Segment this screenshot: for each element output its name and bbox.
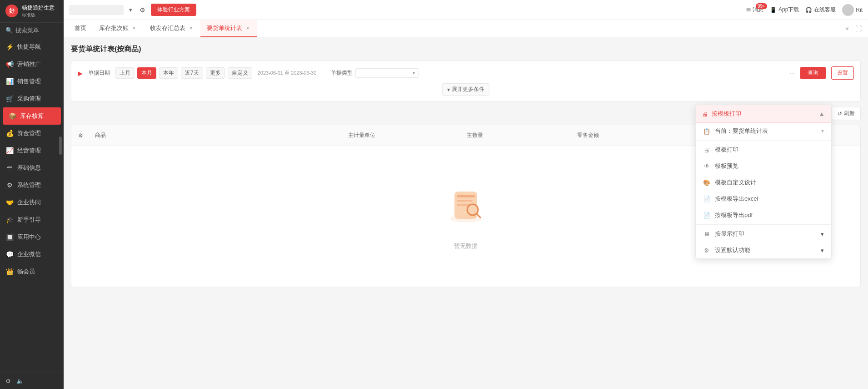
dropdown-header-left: 🖨 按模板打印 (702, 110, 741, 118)
logo-text: 畅捷通好生意 标准版 (22, 5, 55, 18)
sidebar-item-basic[interactable]: 🗃 基础信息 (0, 159, 64, 177)
message-icon: ✉ (746, 7, 751, 13)
refresh-button[interactable]: ↺ 刷新 (832, 107, 861, 120)
tab-close-batch-account[interactable]: × (131, 25, 137, 31)
display-print-left: 🖥 按显示打印 (703, 230, 744, 238)
nav-icon-inventory: 📦 (8, 112, 16, 120)
dropdown-export-excel[interactable]: 📄 按模板导出excel (696, 191, 831, 207)
speaker-icon[interactable]: 🔈 (16, 378, 24, 384)
settings-button[interactable]: 设置 (831, 66, 854, 80)
tab-order-summary[interactable]: 要货单统计表× (200, 20, 257, 37)
search-menu[interactable]: 🔍 搜索菜单 (0, 23, 64, 38)
tab-close-order-summary[interactable]: × (244, 25, 251, 31)
dropdown-export-pdf[interactable]: 📄 按模板导出pdf (696, 207, 831, 223)
nav-label-wechat: 企业微信 (17, 250, 41, 258)
app-logo: 好 畅捷通好生意 标准版 (0, 0, 64, 23)
filter-toggle-icon[interactable]: ▶ (78, 70, 83, 77)
date-btn-current-year[interactable]: 本年 (159, 67, 178, 79)
sidebar-item-member[interactable]: 👑 畅会员 (0, 263, 64, 280)
sidebar-item-sales[interactable]: 📊 销售管理 (0, 73, 64, 90)
logo-icon: 好 (5, 5, 18, 17)
sidebar-item-enterprise[interactable]: 🤝 企业协同 (0, 194, 64, 211)
sidebar-item-wechat[interactable]: 💬 企业微信 (0, 246, 64, 263)
tab-bar: 首页库存批次账×收发存汇总表×要货单统计表× × ⛶ (64, 20, 868, 37)
nav-label-quick-nav: 快捷导航 (17, 43, 41, 51)
dropdown-template-preview[interactable]: 👁 模板预览 (696, 158, 831, 174)
nav-label-member: 畅会员 (17, 268, 35, 276)
date-btn-current-month[interactable]: 本月 (137, 67, 156, 79)
tab-close-receivable-summary[interactable]: × (188, 25, 194, 31)
online-service-button[interactable]: 🎧 在线客服 (805, 6, 836, 14)
sidebar-nav: ⚡ 快捷导航📢 营销推广📊 销售管理🛒 采购管理📦 库存核算💰 资金管理📈 经营… (0, 38, 64, 373)
sidebar-item-system[interactable]: ⚙ 系统管理 (0, 177, 64, 194)
sidebar-scroll-thumb (59, 136, 62, 155)
th-unit: 主计量单位 (305, 129, 418, 142)
sidebar-item-guide[interactable]: 🎓 新手引导 (0, 211, 64, 228)
topbar: ▾ ⚙ 体验行业方案 ✉ 消息 99+ 📱 App下载 🎧 在线客服 Rit (64, 0, 868, 20)
nav-icon-basic: 🗃 (5, 164, 14, 172)
tab-label-batch-account: 库存批次账 (99, 24, 129, 32)
dropdown-set-default[interactable]: ⚙ 设置默认功能 ▾ (696, 242, 831, 258)
dropdown-display-print[interactable]: 🖥 按显示打印 ▾ (696, 226, 831, 242)
sidebar: 好 畅捷通好生意 标准版 🔍 搜索菜单 ⚡ 快捷导航📢 营销推广📊 销售管理🛒 … (0, 0, 64, 389)
date-btn-custom[interactable]: 自定义 (228, 67, 252, 79)
tab-batch-account[interactable]: 库存批次账× (93, 20, 144, 37)
order-type-select[interactable]: ▾ (355, 68, 419, 78)
breadcrumb-dropdown[interactable]: ▾ (127, 5, 134, 15)
sidebar-item-marketing[interactable]: 📢 营销推广 (0, 56, 64, 73)
nav-icon-marketing: 📢 (5, 60, 14, 68)
nav-icon-enterprise: 🤝 (5, 198, 14, 207)
nav-label-basic: 基础信息 (17, 164, 41, 172)
topbar-right: ✉ 消息 99+ 📱 App下载 🎧 在线客服 Rit (746, 4, 863, 16)
th-sale-amount: 零售金额 (532, 129, 645, 142)
download-icon: 📱 (770, 7, 777, 13)
tab-home[interactable]: 首页 (68, 20, 93, 37)
topbar-gear-icon[interactable]: ⚙ (138, 5, 147, 15)
sidebar-scrollbar (59, 136, 62, 344)
filter-expand-row: ▾ 展开更多条件 (78, 83, 854, 96)
sidebar-item-quick-nav[interactable]: ⚡ 快捷导航 (0, 38, 64, 56)
sidebar-item-operation[interactable]: 📈 经营管理 (0, 142, 64, 159)
app-download-button[interactable]: 📱 App下载 (770, 6, 799, 14)
try-industry-button[interactable]: 体验行业方案 (151, 4, 196, 16)
template-print-icon: 🖨 (703, 146, 710, 153)
template-preview-icon: 👁 (703, 162, 710, 170)
close-tab-button[interactable]: × (843, 23, 851, 34)
dropdown-template-print[interactable]: 🖨 模板打印 (696, 141, 831, 158)
user-avatar[interactable]: Rit (842, 4, 863, 16)
set-default-arrow: ▾ (821, 247, 824, 254)
dropdown-template-design[interactable]: 🎨 模板自定义设计 (696, 174, 831, 191)
th-goods: 商品 (90, 129, 305, 142)
sidebar-item-purchase[interactable]: 🛒 采购管理 (0, 90, 64, 107)
date-btn-last-7-days[interactable]: 近7天 (181, 67, 203, 79)
nav-icon-operation: 📈 (5, 147, 14, 155)
sidebar-item-inventory[interactable]: 📦 库存核算 (3, 107, 61, 125)
sidebar-item-apps[interactable]: 🔲 应用中心 (0, 228, 64, 246)
tab-label-order-summary: 要货单统计表 (207, 24, 242, 32)
dropdown-print-icon: 🖨 (702, 111, 708, 117)
date-group: 上月本月本年近7天更多自定义 (115, 67, 252, 79)
query-button[interactable]: 查询 (800, 67, 826, 79)
nav-icon-sales: 📊 (5, 77, 14, 86)
th-settings[interactable]: ⚙ (71, 130, 90, 141)
search-icon: 🔍 (5, 27, 13, 34)
messages-button[interactable]: ✉ 消息 99+ (746, 6, 763, 14)
dropdown-close-button[interactable]: ▲ (818, 110, 825, 117)
date-btn-more[interactable]: 更多 (206, 67, 225, 79)
tab-receivable-summary[interactable]: 收发存汇总表× (144, 20, 200, 37)
sidebar-item-finance[interactable]: 💰 资金管理 (0, 125, 64, 142)
nav-label-operation: 经营管理 (17, 147, 41, 155)
nav-icon-quick-nav: ⚡ (5, 43, 14, 51)
breadcrumb-input[interactable] (69, 5, 124, 15)
dropdown-current-template[interactable]: 📋 当前：要货单统计表 ▾ (696, 123, 831, 139)
main-area: ▾ ⚙ 体验行业方案 ✉ 消息 99+ 📱 App下载 🎧 在线客服 Rit (64, 0, 868, 389)
empty-illustration (443, 182, 489, 237)
current-template-icon: 📋 (703, 127, 710, 135)
date-btn-prev-month[interactable]: 上月 (115, 67, 135, 79)
more-options-icon[interactable]: ··· (789, 70, 795, 77)
expand-more-button[interactable]: ▾ 展开更多条件 (442, 83, 489, 96)
settings-icon[interactable]: ⚙ (5, 378, 11, 384)
maximize-button[interactable]: ⛶ (853, 23, 863, 34)
svg-rect-2 (457, 195, 475, 197)
nav-label-purchase: 采购管理 (17, 95, 41, 103)
